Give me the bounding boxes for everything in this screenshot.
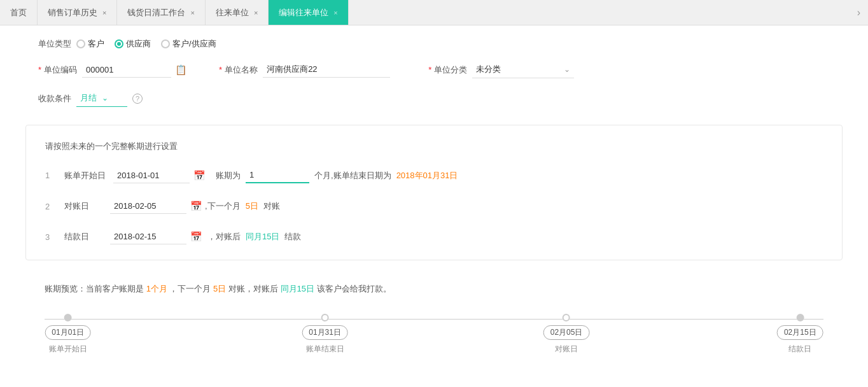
row-3-suffix-post: 结款 (284, 231, 301, 243)
preview-part2: 5日 (213, 284, 226, 293)
tl-dot-3 (563, 314, 570, 321)
radio-supplier[interactable]: 供应商 (115, 38, 151, 50)
unit-type-row: 单位类型 客户 供应商 客户/供应商 (38, 38, 830, 50)
row-1-field: 账单开始日 (64, 170, 106, 181)
unit-info-row: * 单位编码 📋 * 单位名称 * 单位分类 未分类 ⌄ (38, 61, 830, 78)
card-row-1: 1 账单开始日 📅 账期为 个月,账单结束日期为 2018年01月31日 (45, 167, 823, 183)
unit-category-arrow-icon: ⌄ (564, 65, 570, 74)
row-3-suffix-pre: ，对账后 (207, 231, 241, 243)
row-1-num: 1 (45, 171, 64, 180)
row-1-period-input[interactable] (246, 167, 309, 183)
radio-supplier-label: 供应商 (126, 38, 151, 50)
tab-cashbook-label: 钱货日清工作台 (127, 7, 185, 18)
unit-category-star: * (428, 65, 431, 74)
row-3-suffix-highlight: 同月15日 (246, 231, 279, 243)
row-3-input-wrap: 📅 (110, 229, 202, 244)
tab-partner-label: 往来单位 (216, 7, 249, 18)
payment-group: 收款条件 月结 ⌄ ? (38, 90, 143, 107)
tab-home-label: 首页 (10, 7, 27, 18)
preview-end: 该客户会给我打款。 (317, 284, 391, 293)
row-2-suffix-post: 对账 (263, 201, 280, 212)
payment-row: 收款条件 月结 ⌄ ? (38, 90, 830, 107)
row-1-date-input[interactable] (113, 168, 190, 183)
tl-dot-4 (796, 314, 804, 321)
unit-type-group: 单位类型 客户 供应商 客户/供应商 (38, 38, 216, 50)
unit-category-value: 未分类 (476, 64, 559, 75)
row-2-calendar-icon[interactable]: 📅 (190, 201, 202, 212)
card-title: 请按照未来的一个完整帐期进行设置 (45, 141, 823, 152)
row-2-num: 2 (45, 202, 64, 211)
tab-sales-history[interactable]: 销售订单历史 × (38, 0, 117, 25)
radio-supplier-circle (115, 39, 123, 48)
radio-group: 客户 供应商 客户/供应商 (76, 38, 216, 50)
row-2-suffix-highlight: 5日 (246, 201, 258, 212)
timeline-point-2: 01月31日 账单结束日 (302, 314, 348, 355)
tab-edit-partner-label: 编辑往来单位 (279, 7, 328, 18)
tl-dot-2 (321, 314, 329, 321)
preview-part3: 同月15日 (281, 284, 314, 293)
help-icon[interactable]: ? (132, 94, 143, 104)
unit-code-label: 单位编码 (44, 64, 77, 76)
tab-cashbook[interactable]: 钱货日清工作台 × (117, 0, 205, 25)
radio-both[interactable]: 客户/供应商 (161, 38, 216, 50)
unit-name-star: * (219, 65, 222, 74)
row-3-calendar-icon[interactable]: 📅 (190, 231, 202, 243)
row-2-date-input[interactable] (110, 199, 186, 214)
tab-sales-history-label: 销售订单历史 (48, 7, 97, 18)
tl-dot-1 (64, 314, 72, 321)
tab-bar: 首页 销售订单历史 × 钱货日清工作台 × 往来单位 × 编辑往来单位 × › (0, 0, 868, 25)
timeline-point-3: 02月05日 对账日 (543, 314, 590, 355)
close-sales-history-icon[interactable]: × (102, 9, 106, 17)
row-1-end-date: 2018年01月31日 (396, 170, 458, 181)
row-1-period-suffix: 个月,账单结束日期为 (314, 170, 391, 181)
tl-label-4: 结款日 (788, 344, 811, 355)
tl-badge-4: 02月15日 (777, 325, 823, 340)
tab-partner[interactable]: 往来单位 × (206, 0, 269, 25)
row-3-num: 3 (45, 232, 64, 242)
row-2-suffix-pre: ,下一个月 (205, 201, 241, 212)
preview-sep1: ，下一个月 (169, 284, 211, 293)
unit-category-select[interactable]: 未分类 ⌄ (472, 61, 574, 78)
radio-both-label: 客户/供应商 (172, 38, 216, 50)
unit-name-group: * 单位名称 (219, 62, 390, 78)
row-1-suffix: 账期为 (216, 170, 241, 181)
preview-sep2: 对账，对账后 (228, 284, 278, 293)
tl-badge-2: 01月31日 (302, 325, 348, 340)
payment-select[interactable]: 月结 ⌄ (76, 90, 127, 107)
copy-icon[interactable]: 📋 (175, 64, 187, 76)
payment-label: 收款条件 (38, 93, 71, 104)
unit-category-group: * 单位分类 未分类 ⌄ (428, 61, 574, 78)
form-section: 单位类型 客户 供应商 客户/供应商 (0, 25, 868, 125)
unit-code-group: * 单位编码 📋 (38, 62, 187, 78)
tl-label-3: 对账日 (555, 344, 578, 355)
row-3-date-input[interactable] (110, 229, 186, 244)
tab-home[interactable]: 首页 (0, 0, 38, 25)
radio-customer-circle (76, 39, 85, 48)
preview-label: 账期预览：当前客户账期是 (45, 284, 144, 293)
main-content: 单位类型 客户 供应商 客户/供应商 (0, 25, 868, 387)
row-1-calendar-icon[interactable]: 📅 (193, 170, 206, 181)
unit-name-input[interactable] (263, 62, 390, 78)
close-cashbook-icon[interactable]: × (190, 9, 194, 17)
close-edit-partner-icon[interactable]: × (333, 9, 337, 17)
timeline-container: 01月01日 账单开始日 01月31日 账单结束日 02月05日 对账日 (45, 307, 823, 377)
tab-expand-button[interactable]: › (850, 0, 868, 25)
card-row-2: 2 对账日 📅 ,下一个月 5日 对账 (45, 199, 823, 214)
unit-name-label: 单位名称 (225, 64, 258, 76)
unit-code-input[interactable] (82, 62, 171, 78)
tab-edit-partner[interactable]: 编辑往来单位 × (269, 0, 348, 25)
tl-badge-1: 01月01日 (45, 325, 91, 340)
timeline-point-1: 01月01日 账单开始日 (45, 314, 91, 355)
row-3-field: 结款日 (64, 231, 102, 243)
tl-badge-3: 02月05日 (543, 325, 590, 340)
card-section: 请按照未来的一个完整帐期进行设置 1 账单开始日 📅 账期为 个月,账单结束日期… (25, 125, 843, 260)
tl-label-1: 账单开始日 (49, 344, 87, 355)
radio-customer[interactable]: 客户 (76, 38, 104, 50)
close-partner-icon[interactable]: × (254, 9, 258, 17)
row-2-field: 对账日 (64, 201, 102, 212)
row-2-input-wrap: 📅 (110, 199, 202, 214)
radio-customer-label: 客户 (88, 38, 104, 50)
radio-both-circle (161, 39, 170, 48)
timeline-point-4: 02月15日 结款日 (777, 314, 823, 355)
tl-label-2: 账单结束日 (306, 344, 344, 355)
